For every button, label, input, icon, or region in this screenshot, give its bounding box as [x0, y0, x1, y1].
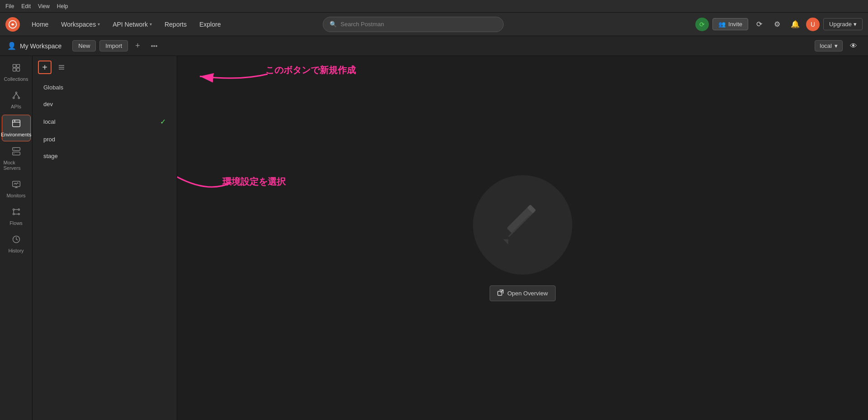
svg-point-20: [13, 209, 14, 210]
svg-line-9: [16, 93, 19, 97]
active-check-icon: ✓: [160, 117, 166, 126]
upgrade-chevron-icon: ▾: [854, 21, 857, 28]
app-logo[interactable]: [5, 17, 20, 32]
list-view-icon[interactable]: [55, 61, 68, 74]
more-options-icon[interactable]: •••: [147, 41, 161, 51]
svg-rect-1: [13, 65, 16, 68]
upgrade-button[interactable]: Upgrade ▾: [823, 18, 863, 30]
annotation-new-button-text: このボタンで新規作成: [265, 64, 356, 76]
menu-view[interactable]: View: [38, 3, 50, 9]
svg-point-22: [13, 213, 14, 215]
env-panel-header: +: [33, 56, 177, 79]
empty-state: Open Overview: [473, 175, 572, 301]
add-tab-icon[interactable]: +: [132, 39, 144, 52]
env-selector-chevron-icon: ▾: [835, 42, 838, 49]
svg-line-8: [14, 93, 16, 97]
menu-help[interactable]: Help: [57, 3, 68, 9]
environment-selector[interactable]: local ▾: [815, 40, 843, 51]
svg-point-5: [15, 92, 17, 93]
search-bar[interactable]: 🔍 Search Postman: [323, 17, 504, 32]
sidebar-item-monitors[interactable]: Monitors: [2, 176, 31, 202]
svg-point-6: [13, 97, 14, 98]
workspace-title: 👤 My Workspace: [7, 42, 61, 50]
nav-workspaces[interactable]: Workspaces ▾: [57, 18, 104, 31]
environment-list: Globals dev local ✓ prod stage: [33, 79, 177, 420]
sidebar-item-apis[interactable]: APIs: [2, 87, 31, 113]
sidebar-item-history[interactable]: History: [2, 231, 31, 257]
mock-servers-icon: [12, 147, 21, 158]
environments-icon: [12, 119, 21, 130]
menu-edit[interactable]: Edit: [21, 3, 31, 9]
svg-rect-14: [12, 152, 20, 155]
history-icon: [12, 235, 21, 246]
annotation-env-select-text: 環境設定を選択: [222, 176, 286, 188]
svg-rect-2: [16, 65, 19, 68]
collections-icon: [12, 63, 21, 75]
sidebar-item-collections[interactable]: Collections: [2, 60, 31, 85]
invite-icon: 👥: [718, 21, 726, 28]
nav-api-network[interactable]: API Network ▾: [108, 18, 156, 31]
user-avatar[interactable]: U: [806, 18, 820, 31]
nav-explore[interactable]: Explore: [195, 18, 225, 31]
search-icon: 🔍: [330, 21, 337, 28]
new-environment-button[interactable]: +: [38, 61, 52, 74]
workspaces-chevron-icon: ▾: [98, 22, 100, 27]
refresh-icon-btn[interactable]: ⟳: [752, 17, 766, 32]
invite-button[interactable]: 👥 Invite: [712, 18, 748, 30]
nav-bar: Home Workspaces ▾ API Network ▾ Reports …: [0, 13, 868, 36]
external-link-icon: [497, 289, 504, 297]
icon-sidebar: Collections APIs Environments Mock Serve…: [0, 56, 33, 420]
svg-rect-3: [13, 68, 16, 71]
import-button[interactable]: Import: [99, 40, 128, 51]
empty-state-illustration: [473, 175, 572, 275]
new-button[interactable]: New: [72, 40, 96, 51]
env-item-prod[interactable]: prod: [36, 131, 173, 147]
svg-rect-4: [16, 68, 19, 71]
env-item-stage[interactable]: stage: [36, 148, 173, 164]
env-item-globals[interactable]: Globals: [36, 79, 173, 95]
env-item-dev[interactable]: dev: [36, 96, 173, 112]
monitors-icon: [12, 180, 21, 191]
workspace-right: local ▾ 👁: [815, 39, 861, 53]
main-content-area: Open Overview このボタンで新規作成 環境設定を選択: [177, 56, 868, 420]
sync-icon[interactable]: ⟳: [695, 18, 709, 31]
workspace-icon: 👤: [7, 42, 16, 50]
api-network-chevron-icon: ▾: [150, 22, 152, 27]
nav-home[interactable]: Home: [27, 18, 53, 31]
nav-right-actions: ⟳ 👥 Invite ⟳ ⚙ 🔔 U Upgrade ▾: [695, 17, 863, 32]
workspace-actions: New Import + •••: [72, 39, 161, 52]
workspace-bar: 👤 My Workspace New Import + ••• local ▾ …: [0, 36, 868, 56]
env-item-local[interactable]: local ✓: [36, 113, 173, 131]
pencil-icon: [495, 198, 550, 252]
sidebar-item-environments[interactable]: Environments: [2, 115, 31, 141]
nav-reports[interactable]: Reports: [160, 18, 191, 31]
search-placeholder: Search Postman: [340, 21, 384, 28]
svg-point-21: [18, 209, 19, 210]
svg-point-23: [18, 213, 19, 215]
svg-point-7: [18, 97, 19, 98]
workspace-name: My Workspace: [20, 42, 61, 50]
svg-rect-13: [12, 148, 20, 151]
menu-bar: File Edit View Help: [0, 0, 868, 13]
svg-marker-32: [503, 237, 511, 244]
bell-icon-btn[interactable]: 🔔: [788, 17, 802, 32]
menu-file[interactable]: File: [5, 3, 14, 9]
sidebar-item-mock-servers[interactable]: Mock Servers: [2, 143, 31, 174]
apis-icon: [12, 91, 21, 102]
eye-icon-btn[interactable]: 👁: [846, 39, 861, 53]
flows-icon: [12, 207, 21, 219]
open-overview-button[interactable]: Open Overview: [490, 285, 556, 301]
settings-icon-btn[interactable]: ⚙: [770, 17, 784, 32]
svg-rect-10: [12, 120, 20, 127]
environment-panel: + Globals dev local ✓ prod stage: [33, 56, 177, 420]
main-layout: Collections APIs Environments Mock Serve…: [0, 56, 868, 420]
sidebar-item-flows[interactable]: Flows: [2, 204, 31, 229]
